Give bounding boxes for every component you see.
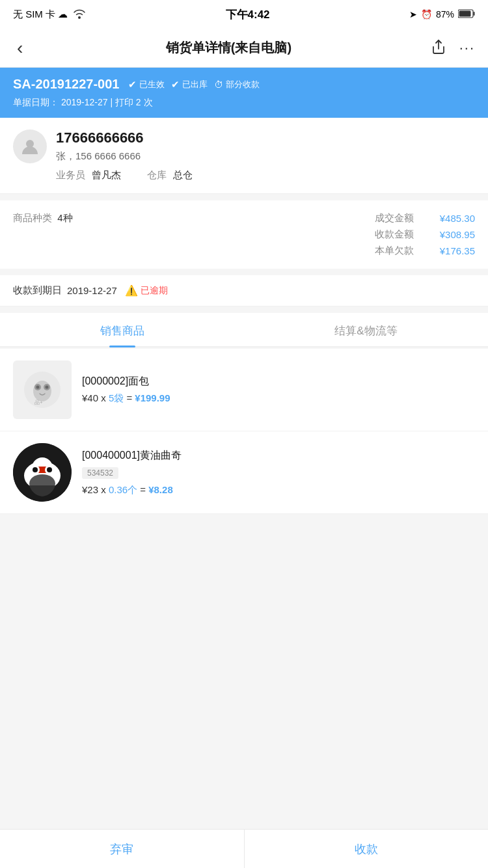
product-info-cookie: [000400001]黄油曲奇 534532 ¥23 x 0.36个 = ¥8.… xyxy=(82,449,475,496)
due-label: 收款到期日 xyxy=(13,284,62,297)
battery-text: 87% xyxy=(436,9,454,20)
sim-label: 无 SIM 卡 ☁ xyxy=(13,8,68,21)
location-icon: ➤ xyxy=(409,9,417,20)
cancel-review-button[interactable]: 弃审 xyxy=(0,830,245,868)
avatar xyxy=(13,129,47,163)
stats-right: 成交金额 ¥485.30 收款金额 ¥308.95 本单欠款 ¥176.35 xyxy=(375,212,475,257)
status-right: ➤ ⏰ 87% xyxy=(409,9,475,20)
clock-icon: ⏱ xyxy=(214,79,223,90)
product-info-bread: [0000002]面包 ¥40 x 5袋 = ¥199.99 xyxy=(82,375,475,405)
tabs-section: 销售商品 结算&物流等 xyxy=(0,313,488,347)
svg-text:品+: 品+ xyxy=(34,400,43,405)
stats-left: 商品种类 4种 xyxy=(13,212,73,224)
product-price-cookie: ¥23 x 0.36个 = ¥8.28 xyxy=(82,484,475,496)
customer-section: 17666666666 张，156 6666 6666 业务员 曾凡杰 仓库 总… xyxy=(0,118,488,194)
more-icon[interactable]: ··· xyxy=(459,40,475,57)
page-title: 销货单详情(来自电脑) xyxy=(166,39,291,57)
share-icon[interactable] xyxy=(431,39,446,57)
status-time: 下午4:42 xyxy=(226,7,270,22)
overdue-icon: ⚠️ xyxy=(125,284,138,297)
customer-contact: 张，156 6666 6666 xyxy=(56,150,475,163)
product-item-bread: 品+ [0000002]面包 ¥40 x 5袋 = ¥199.99 xyxy=(0,349,488,431)
product-item-cookie: [000400001]黄油曲奇 534532 ¥23 x 0.36个 = ¥8.… xyxy=(0,431,488,514)
customer-id: 17666666666 xyxy=(56,129,475,146)
svg-rect-2 xyxy=(459,10,470,16)
product-price-bread: ¥40 x 5袋 = ¥199.99 xyxy=(82,392,475,405)
svg-point-6 xyxy=(33,381,51,401)
header-date-line: 单据日期： 2019-12-27 | 打印 2 次 xyxy=(13,97,475,109)
tab-sales-products[interactable]: 销售商品 xyxy=(0,313,244,346)
back-button[interactable]: ‹ xyxy=(13,38,27,59)
due-section: 收款到期日 2019-12-27 ⚠️ 已逾期 xyxy=(0,275,488,306)
svg-point-10 xyxy=(46,386,49,389)
product-name-cookie: [000400001]黄油曲奇 xyxy=(82,449,475,463)
product-thumb-bread: 品+ xyxy=(13,360,72,419)
stats-amount-row: 成交金额 ¥485.30 xyxy=(375,212,475,224)
sales-info: 业务员 曾凡杰 xyxy=(56,169,121,182)
customer-meta: 业务员 曾凡杰 仓库 总仓 xyxy=(56,169,475,182)
stats-received-row: 收款金额 ¥308.95 xyxy=(375,228,475,241)
svg-rect-1 xyxy=(473,12,474,16)
alarm-icon: ⏰ xyxy=(421,9,432,20)
check-icon-2: ✔ xyxy=(171,79,180,90)
product-tag-cookie: 534532 xyxy=(82,467,118,479)
svg-point-9 xyxy=(36,386,40,389)
tab-settlement[interactable]: 结算&物流等 xyxy=(244,313,488,346)
nav-bar: ‹ 销货单详情(来自电脑) ··· xyxy=(0,29,488,68)
battery-icon xyxy=(458,9,475,20)
svg-point-18 xyxy=(33,467,38,472)
product-name-bread: [0000002]面包 xyxy=(82,375,475,388)
badge-partial-payment: ⏱ 部分收款 xyxy=(214,79,260,90)
products-section: 品+ [0000002]面包 ¥40 x 5袋 = ¥199.99 xyxy=(0,349,488,514)
svg-point-19 xyxy=(47,467,52,472)
badge-shipped: ✔ 已出库 xyxy=(171,79,208,90)
collect-payment-button[interactable]: 收款 xyxy=(245,830,489,868)
status-left: 无 SIM 卡 ☁ xyxy=(13,8,86,21)
due-date: 2019-12-27 xyxy=(67,285,117,296)
overdue-text: 已逾期 xyxy=(141,285,168,297)
overdue-badge: ⚠️ 已逾期 xyxy=(125,284,168,297)
product-thumb-cookie xyxy=(13,443,72,502)
order-id: SA-20191227-001 xyxy=(13,77,119,92)
header-band: SA-20191227-001 ✔ 已生效 ✔ 已出库 ⏱ 部分收款 单据日期：… xyxy=(0,68,488,118)
badges: ✔ 已生效 ✔ 已出库 ⏱ 部分收款 xyxy=(128,79,260,90)
stats-debt-row: 本单欠款 ¥176.35 xyxy=(375,245,475,257)
nav-actions: ··· xyxy=(431,39,475,57)
stats-section: 商品种类 4种 成交金额 ¥485.30 收款金额 ¥308.95 本单欠款 ¥… xyxy=(0,200,488,269)
warehouse-info: 仓库 总仓 xyxy=(147,169,193,182)
bottom-bar: 弃审 收款 xyxy=(0,829,488,868)
check-icon-1: ✔ xyxy=(128,79,137,90)
status-bar: 无 SIM 卡 ☁ 下午4:42 ➤ ⏰ 87% xyxy=(0,0,488,29)
customer-info: 17666666666 张，156 6666 6666 业务员 曾凡杰 仓库 总… xyxy=(56,129,475,182)
badge-activated: ✔ 已生效 xyxy=(128,79,165,90)
wifi-icon xyxy=(73,8,86,21)
